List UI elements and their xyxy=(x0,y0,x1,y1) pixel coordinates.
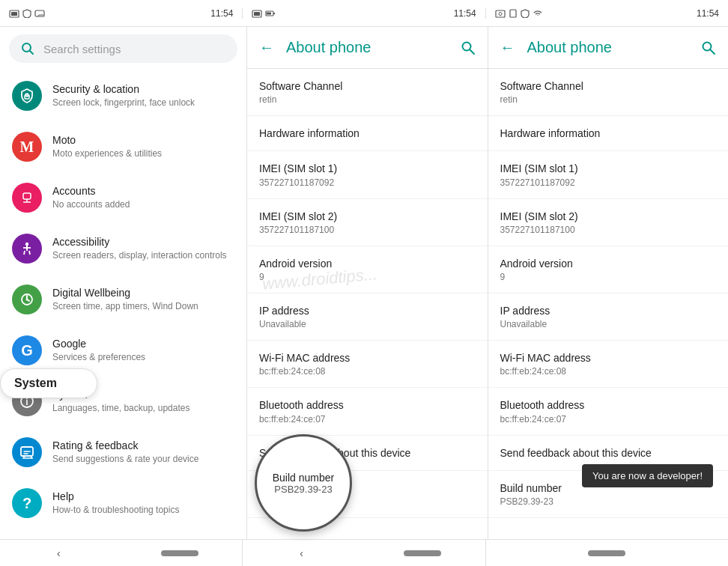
shield-icon xyxy=(22,9,31,18)
settings-item-moto[interactable]: M Moto Moto experiences & utilities xyxy=(0,121,246,172)
security-title: Security & location xyxy=(52,82,234,96)
accounts-icon xyxy=(12,183,42,213)
developer-toast: You are now a developer! xyxy=(582,464,713,487)
status-bar: 11:54 11:54 11:54 xyxy=(0,0,728,27)
digital-title: Digital Wellbeing xyxy=(52,286,234,299)
info-sub-wifi-right: bc:ff:eb:24:ce:08 xyxy=(500,366,717,377)
svg-rect-10 xyxy=(510,10,516,17)
build-number-circle[interactable]: Build number PSB29.39-23 xyxy=(255,434,352,532)
back-button-middle[interactable]: ← xyxy=(259,39,274,56)
rating-subtitle: Send suggestions & rate your device xyxy=(52,454,234,466)
panel-title-middle: About phone xyxy=(286,39,449,56)
search-bar[interactable]: Search settings xyxy=(9,34,237,63)
info-hardware-right[interactable]: Hardware information xyxy=(488,116,729,151)
info-ip-mid[interactable]: IP address Unavailable xyxy=(247,293,488,341)
accounts-title: Accounts xyxy=(52,184,234,198)
info-title-bt-mid: Bluetooth address xyxy=(259,398,476,412)
info-bt-mid[interactable]: Bluetooth address bc:ff:eb:24:ce:07 xyxy=(247,388,488,435)
security-subtitle: Screen lock, fingerprint, face unlock xyxy=(52,97,234,109)
info-title-hw-mid: Hardware information xyxy=(259,127,476,140)
search-button-middle[interactable] xyxy=(461,40,476,55)
info-sub-imei2-mid: 357227101187100 xyxy=(259,225,476,235)
svg-rect-1 xyxy=(11,12,17,16)
digital-subtitle: Screen time, app timers, Wind Down xyxy=(52,301,234,313)
settings-item-accessibility[interactable]: Accessibility Screen readers, display, i… xyxy=(0,223,246,274)
info-imei2-mid[interactable]: IMEI (SIM slot 2) 357227101187100 xyxy=(247,199,488,246)
info-wifi-mid[interactable]: Wi-Fi MAC address bc:ff:eb:24:ce:08 xyxy=(247,341,488,388)
svg-point-9 xyxy=(499,12,502,15)
info-sub-ip-mid: Unavailable xyxy=(259,319,476,329)
info-android-mid[interactable]: Android version 9 xyxy=(247,246,488,293)
security-icon xyxy=(12,81,42,111)
info-android-right[interactable]: Android version 9 xyxy=(488,246,729,293)
back-button-right[interactable]: ← xyxy=(500,39,515,56)
info-imei1-mid[interactable]: IMEI (SIM slot 1) 357227101187092 xyxy=(247,151,488,198)
help-subtitle: How-to & troubleshooting topics xyxy=(52,505,234,517)
message-icon xyxy=(34,9,45,18)
settings-item-digital[interactable]: Digital Wellbeing Screen time, app timer… xyxy=(0,274,246,325)
info-title-android-mid: Android version xyxy=(259,257,476,270)
search-button-right[interactable] xyxy=(701,40,716,55)
sim-icon-mid xyxy=(252,9,262,18)
nav-bar: ‹ ‹ xyxy=(0,539,728,566)
svg-point-24 xyxy=(26,299,28,301)
svg-point-18 xyxy=(25,243,28,246)
left-status-icons xyxy=(9,9,45,18)
settings-item-accounts[interactable]: Accounts No accounts added xyxy=(0,172,246,223)
accounts-subtitle: No accounts added xyxy=(52,199,234,211)
info-sub-wifi-mid: bc:ff:eb:24:ce:08 xyxy=(259,366,476,377)
info-hardware-mid[interactable]: Hardware information xyxy=(247,116,488,151)
nav-back-mid[interactable]: ‹ xyxy=(287,544,317,562)
svg-rect-15 xyxy=(23,193,31,199)
photo-icon-right xyxy=(495,9,506,18)
nav-home-right[interactable] xyxy=(588,550,625,556)
nav-home-left[interactable] xyxy=(161,550,198,556)
settings-panel: Search settings Security & location Scre… xyxy=(0,27,247,539)
rating-icon xyxy=(12,437,42,467)
info-title-android-right: Android version xyxy=(500,257,717,270)
info-title-imei2-mid: IMEI (SIM slot 2) xyxy=(259,210,476,223)
panel-header-right: ← About phone xyxy=(488,27,729,69)
status-bar-left: 11:54 xyxy=(0,8,243,19)
info-software-channel-right[interactable]: Software Channel retin xyxy=(488,69,729,116)
info-title-bt-right: Bluetooth address xyxy=(500,398,717,412)
mid-status-icons xyxy=(252,9,276,18)
info-sub-bt-right: bc:ff:eb:24:ce:07 xyxy=(500,414,717,424)
info-title-imei1-mid: IMEI (SIM slot 1) xyxy=(259,162,476,175)
nav-section-right xyxy=(486,540,728,566)
shield-icon-right xyxy=(521,9,530,18)
info-imei2-right[interactable]: IMEI (SIM slot 2) 357227101187100 xyxy=(488,199,729,246)
status-bar-right: 11:54 xyxy=(486,8,728,19)
system-subtitle: Languages, time, backup, updates xyxy=(52,403,234,415)
security-text: Security & location Screen lock, fingerp… xyxy=(52,82,234,109)
info-software-channel-mid[interactable]: Software Channel retin xyxy=(247,69,488,116)
settings-item-help[interactable]: ? Help How-to & troubleshooting topics xyxy=(0,478,246,529)
info-wifi-right[interactable]: Wi-Fi MAC address bc:ff:eb:24:ce:08 xyxy=(488,341,729,388)
info-sub-imei1-right: 357227101187092 xyxy=(500,177,717,188)
info-imei1-right[interactable]: IMEI (SIM slot 1) 357227101187092 xyxy=(488,151,729,198)
time-left: 11:54 xyxy=(210,8,233,19)
info-sub-imei1-mid: 357227101187092 xyxy=(259,177,476,188)
info-bt-right[interactable]: Bluetooth address bc:ff:eb:24:ce:07 xyxy=(488,388,729,435)
info-title-wifi-right: Wi-Fi MAC address xyxy=(500,351,717,365)
about-panel-right: ← About phone Software Channel retin Har… xyxy=(488,27,729,539)
status-bar-mid: 11:54 xyxy=(243,8,485,19)
wifi-icon-right xyxy=(533,9,543,18)
settings-item-system[interactable]: i System Languages, time, backup, update… xyxy=(0,376,246,427)
accessibility-icon xyxy=(12,234,42,264)
info-ip-right[interactable]: IP address Unavailable xyxy=(488,293,729,341)
accessibility-subtitle: Screen readers, display, interaction con… xyxy=(52,250,234,262)
battery-icon-mid xyxy=(265,9,276,18)
search-placeholder: Search settings xyxy=(43,43,121,55)
info-title-sw-mid: Software Channel xyxy=(259,79,476,93)
nav-home-mid[interactable] xyxy=(404,550,441,556)
panel-header-middle: ← About phone xyxy=(247,27,488,69)
settings-item-rating[interactable]: Rating & feedback Send suggestions & rat… xyxy=(0,427,246,478)
panel-title-right: About phone xyxy=(527,39,690,56)
digital-text: Digital Wellbeing Screen time, app timer… xyxy=(52,286,234,313)
svg-rect-2 xyxy=(35,10,44,16)
settings-item-security[interactable]: Security & location Screen lock, fingerp… xyxy=(0,70,246,121)
nav-back-left[interactable]: ‹ xyxy=(43,544,73,562)
help-text: Help How-to & troubleshooting topics xyxy=(52,490,234,517)
rating-title: Rating & feedback xyxy=(52,439,234,452)
